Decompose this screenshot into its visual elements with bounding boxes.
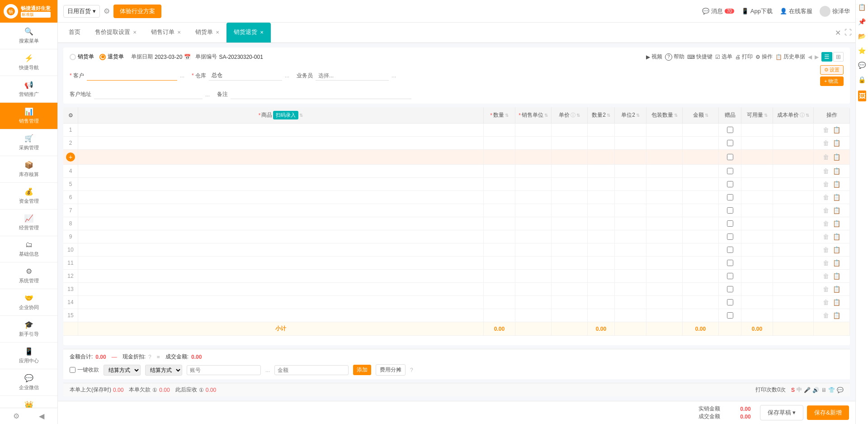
delete-row-icon[interactable]: 🗑: [823, 286, 829, 293]
data-cell[interactable]: [484, 191, 515, 204]
data-cell[interactable]: [588, 243, 615, 257]
data-cell[interactable]: [484, 137, 515, 150]
data-cell[interactable]: [552, 178, 588, 191]
data-cell[interactable]: [515, 165, 552, 178]
cost-cell[interactable]: [773, 257, 814, 270]
sidebar-item-basic[interactable]: 🗂 基础信息: [0, 236, 57, 262]
data-cell[interactable]: [646, 230, 683, 243]
data-cell[interactable]: [515, 124, 552, 137]
sidebar-item-appcenter[interactable]: 📱 应用中心: [0, 343, 57, 369]
avail-cell[interactable]: [741, 283, 773, 296]
data-cell[interactable]: [683, 150, 719, 165]
data-cell[interactable]: [552, 165, 588, 178]
settings-icon[interactable]: ⚙: [13, 412, 19, 420]
data-cell[interactable]: [552, 309, 588, 322]
copy-row-icon[interactable]: 📋: [833, 286, 840, 293]
data-cell[interactable]: [615, 204, 646, 217]
product-cell[interactable]: [78, 150, 484, 165]
rp-icon-2[interactable]: 📌: [858, 18, 866, 25]
data-cell[interactable]: [515, 137, 552, 150]
data-cell[interactable]: [588, 309, 615, 322]
data-cell[interactable]: [515, 191, 552, 204]
data-cell[interactable]: [552, 270, 588, 283]
data-cell[interactable]: [588, 165, 615, 178]
delete-row-icon[interactable]: 🗑: [823, 194, 829, 201]
tab-close-sale-return[interactable]: ✕: [260, 30, 264, 35]
copy-row-icon[interactable]: 📋: [833, 126, 840, 133]
data-cell[interactable]: [484, 283, 515, 296]
sort-unit2-icon[interactable]: ⇅: [636, 113, 640, 118]
data-cell[interactable]: [683, 270, 719, 283]
operate-action[interactable]: ⚙ 操作: [755, 53, 773, 61]
calendar-icon[interactable]: 📅: [184, 54, 191, 60]
sort-price-icon[interactable]: ⇅: [576, 113, 580, 118]
data-cell[interactable]: [646, 150, 683, 165]
delete-row-icon[interactable]: 🗑: [823, 259, 829, 267]
data-cell[interactable]: [646, 165, 683, 178]
avail-cell[interactable]: [741, 296, 773, 309]
copy-row-icon[interactable]: 📋: [833, 194, 840, 201]
data-cell[interactable]: [552, 257, 588, 270]
address-input[interactable]: [94, 90, 203, 99]
copy-row-icon[interactable]: 📋: [833, 207, 840, 214]
data-cell[interactable]: [515, 204, 552, 217]
product-input[interactable]: [81, 154, 481, 161]
data-cell[interactable]: [588, 204, 615, 217]
data-cell[interactable]: [615, 270, 646, 283]
data-cell[interactable]: [646, 217, 683, 230]
gift-checkbox[interactable]: [727, 168, 733, 174]
data-cell[interactable]: [683, 137, 719, 150]
one-click-pay-input[interactable]: [70, 367, 75, 373]
account-dots[interactable]: ...: [265, 367, 270, 373]
gift-checkbox[interactable]: [727, 233, 733, 240]
data-cell[interactable]: [646, 191, 683, 204]
shortcut-action[interactable]: ⌨ 快捷键: [687, 53, 712, 61]
data-cell[interactable]: [588, 270, 615, 283]
product-cell[interactable]: [78, 137, 484, 150]
sidebar-item-purchase[interactable]: 🛒 采购管理: [0, 129, 57, 156]
copy-row-icon[interactable]: 📋: [833, 139, 840, 147]
copy-row-icon[interactable]: 📋: [833, 181, 840, 188]
copy-row-icon[interactable]: 📋: [833, 312, 840, 319]
avail-cell[interactable]: [741, 230, 773, 243]
rp-icon-4[interactable]: ⭐: [858, 47, 866, 54]
data-cell[interactable]: [484, 204, 515, 217]
avail-cell[interactable]: [741, 257, 773, 270]
product-cell[interactable]: [78, 257, 484, 270]
cash-discount-help-icon[interactable]: ?: [148, 354, 151, 360]
cost-cell[interactable]: [773, 243, 814, 257]
product-cell[interactable]: [78, 178, 484, 191]
copy-row-icon[interactable]: 📋: [833, 246, 840, 253]
sidebar-item-inventory[interactable]: 📦 库存核算: [0, 156, 57, 183]
sidebar-item-search[interactable]: 🔍 搜索菜单: [0, 23, 57, 49]
product-cell[interactable]: [78, 191, 484, 204]
logistics-btn[interactable]: + 物流: [820, 76, 844, 86]
add-payment-btn[interactable]: 添加: [353, 365, 371, 375]
tab-sale-return[interactable]: 销货退货 ✕: [226, 23, 271, 43]
print-action[interactable]: 🖨 打印: [735, 53, 753, 61]
data-cell[interactable]: [615, 137, 646, 150]
data-cell[interactable]: [646, 137, 683, 150]
address-dots[interactable]: ...: [205, 91, 210, 98]
customer-dots[interactable]: ...: [180, 72, 184, 79]
data-cell[interactable]: [484, 230, 515, 243]
message-item[interactable]: 💬 消息 70: [702, 7, 734, 15]
remark-input[interactable]: [231, 90, 411, 99]
online-service-item[interactable]: 👤 在线客服: [780, 7, 812, 15]
user-item[interactable]: 徐泽华: [820, 6, 850, 17]
sort-amount-icon[interactable]: ⇅: [705, 113, 708, 118]
data-cell[interactable]: [484, 309, 515, 322]
data-cell[interactable]: [683, 204, 719, 217]
cost-cell[interactable]: [773, 137, 814, 150]
delete-row-icon[interactable]: 🗑: [823, 207, 829, 214]
data-cell[interactable]: [552, 296, 588, 309]
product-cell[interactable]: [78, 296, 484, 309]
data-cell[interactable]: [615, 191, 646, 204]
gift-checkbox[interactable]: [727, 260, 733, 266]
cost-cell[interactable]: [773, 230, 814, 243]
category-select[interactable]: 日用百货 ▾: [63, 5, 100, 18]
gift-checkbox[interactable]: [727, 299, 733, 305]
data-cell[interactable]: [615, 243, 646, 257]
data-cell[interactable]: [646, 309, 683, 322]
data-cell[interactable]: [683, 165, 719, 178]
